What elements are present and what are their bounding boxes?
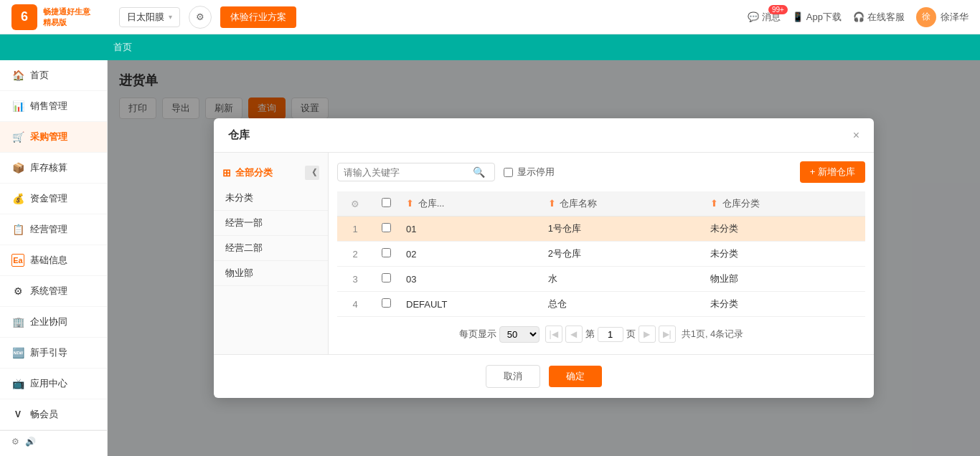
online-service-button[interactable]: 🎧 在线客服 (853, 11, 905, 24)
main-layout: 🏠 首页 📊 销售管理 🛒 采购管理 📦 库存核算 💰 资金管理 📋 经营管理 … (0, 60, 980, 456)
breadcrumb-home[interactable]: 首页 (108, 38, 138, 57)
search-icon[interactable]: 🔍 (473, 166, 485, 178)
row-num: 2 (337, 242, 373, 267)
table-row[interactable]: 2 02 2号仓库 未分类 (337, 242, 865, 267)
volume-icon[interactable]: 🔊 (25, 437, 36, 447)
store-selector[interactable]: 日太阳膜 ▾ (119, 7, 180, 27)
per-page-dropdown[interactable]: 50 20 100 (499, 326, 540, 343)
modal-close-button[interactable]: × (853, 129, 859, 142)
apps-icon: 📺 (11, 377, 24, 390)
brand-text: 畅捷通好生意 精易版 (43, 6, 90, 27)
select-all-checkbox[interactable] (382, 198, 391, 207)
sidebar-item-home[interactable]: 🏠 首页 (0, 60, 107, 91)
finance-icon: 💰 (11, 192, 24, 205)
sidebar-item-system[interactable]: ⚙ 系统管理 (0, 276, 107, 307)
prev-page-button[interactable]: ◀ (565, 326, 583, 343)
table-row[interactable]: 3 03 水 物业部 (337, 267, 865, 292)
operations-icon: 📋 (11, 223, 24, 236)
row-category: 未分类 (703, 217, 865, 242)
sidebar-item-member[interactable]: V 畅会员 (0, 399, 107, 430)
category-item-property[interactable]: 物业部 (214, 261, 328, 286)
next-page-button[interactable]: ▶ (639, 326, 656, 343)
trial-button[interactable]: 体验行业方案 (220, 6, 296, 28)
row-category: 未分类 (703, 242, 865, 267)
row-code: 03 (399, 267, 541, 292)
cancel-button[interactable]: 取消 (486, 365, 540, 388)
col-category: ⬆ 仓库分类 (703, 191, 865, 217)
add-warehouse-button[interactable]: + 新增仓库 (800, 161, 865, 183)
show-disabled-label: 显示停用 (504, 166, 555, 179)
page-navigation: |◀ ◀ 第 页 ▶ ▶| (545, 326, 676, 343)
last-page-button[interactable]: ▶| (659, 326, 676, 343)
header-right: 💬 消息 99+ 📱 App下载 🎧 在线客服 徐 徐泽华 (748, 7, 969, 27)
table-body: 1 01 1号仓库 未分类 2 02 (337, 217, 865, 317)
sidebar-item-operations[interactable]: 📋 经营管理 (0, 214, 107, 245)
col-gear: ⚙ (337, 191, 373, 217)
sidebar-bottom: ⚙ 🔊 (0, 430, 107, 452)
modal-overlay: 仓库 × ⊞ 全部分类 《 未分类 经营一部 经营二部 (108, 60, 980, 456)
warehouse-table: ⚙ ⬆ 仓库... ⬆ (337, 191, 865, 317)
table-row[interactable]: 1 01 1号仓库 未分类 (337, 217, 865, 242)
row-code: 01 (399, 217, 541, 242)
category-panel: ⊞ 全部分类 《 未分类 经营一部 经营二部 物业部 (214, 153, 329, 354)
user-menu[interactable]: 徐 徐泽华 (916, 7, 969, 27)
system-icon: ⚙ (11, 285, 24, 298)
col-code: ⬆ 仓库... (399, 191, 541, 217)
sidebar-item-basic[interactable]: Ea 基础信息 (0, 245, 107, 276)
row-check[interactable] (373, 242, 399, 267)
sidebar-item-enterprise[interactable]: 🏢 企业协同 (0, 307, 107, 338)
row-warehouse-name: 水 (541, 267, 703, 292)
headset-icon: 🎧 (853, 11, 864, 22)
table-panel: 🔍 显示停用 + 新增仓库 ⚙ (329, 153, 874, 354)
logo-area: 6 畅捷通好生意 精易版 (11, 4, 119, 30)
sidebar-item-inventory[interactable]: 📦 库存核算 (0, 153, 107, 184)
modal-body: ⊞ 全部分类 《 未分类 经营一部 经营二部 物业部 (214, 153, 874, 354)
sidebar-item-purchase[interactable]: 🛒 采购管理 (0, 122, 107, 153)
category-item-ops2[interactable]: 经营二部 (214, 236, 328, 261)
row-check[interactable] (373, 267, 399, 292)
search-input[interactable] (344, 167, 473, 178)
row-check[interactable] (373, 292, 399, 317)
table-row[interactable]: 4 DEFAULT 总仓 未分类 (337, 292, 865, 317)
basic-icon: Ea (11, 254, 24, 267)
collapse-button[interactable]: 《 (305, 166, 319, 180)
message-button[interactable]: 💬 消息 99+ (748, 11, 781, 24)
app-download-button[interactable]: 📱 App下载 (792, 11, 842, 24)
show-disabled-checkbox[interactable] (504, 168, 513, 177)
row-warehouse-name: 1号仓库 (541, 217, 703, 242)
sidebar-item-guide[interactable]: 🆕 新手引导 (0, 338, 107, 369)
row-warehouse-name: 总仓 (541, 292, 703, 317)
all-categories-header[interactable]: ⊞ 全部分类 《 (214, 160, 328, 186)
sidebar-item-apps[interactable]: 📺 应用中心 (0, 369, 107, 399)
confirm-button[interactable]: 确定 (549, 366, 602, 387)
inventory-icon: 📦 (11, 161, 24, 174)
row-num: 3 (337, 267, 373, 292)
category-item-ops1[interactable]: 经营一部 (214, 211, 328, 236)
sort-cat-icon: ⬆ (710, 198, 718, 209)
grid-icon: ⊞ (222, 167, 231, 179)
message-badge: 99+ (768, 5, 788, 14)
table-header: ⚙ ⬆ 仓库... ⬆ (337, 191, 865, 217)
col-check (373, 191, 399, 217)
settings-button[interactable]: ⚙ (189, 6, 212, 29)
sidebar: 🏠 首页 📊 销售管理 🛒 采购管理 📦 库存核算 💰 资金管理 📋 经营管理 … (0, 60, 108, 456)
page-total: 共1页, 4条记录 (682, 328, 744, 341)
sidebar-item-finance[interactable]: 💰 资金管理 (0, 184, 107, 214)
sidebar-item-sales[interactable]: 📊 销售管理 (0, 91, 107, 122)
settings-bottom-icon[interactable]: ⚙ (11, 437, 19, 447)
gear-icon: ⚙ (196, 11, 204, 22)
table-toolbar: 🔍 显示停用 + 新增仓库 (337, 161, 865, 183)
row-num: 1 (337, 217, 373, 242)
first-page-button[interactable]: |◀ (545, 326, 562, 343)
avatar: 徐 (916, 7, 936, 27)
purchase-icon: 🛒 (11, 130, 24, 143)
logo-icon: 6 (11, 4, 37, 30)
modal-title: 仓库 (228, 128, 250, 142)
row-num: 4 (337, 292, 373, 317)
main-content: 进货单 打印 导出 刷新 查询 设置 仓库 × (108, 60, 980, 456)
category-item-unclassified[interactable]: 未分类 (214, 186, 328, 211)
home-icon: 🏠 (11, 69, 24, 82)
row-check[interactable] (373, 217, 399, 242)
row-warehouse-name: 2号仓库 (541, 242, 703, 267)
page-number-input[interactable] (598, 327, 623, 342)
